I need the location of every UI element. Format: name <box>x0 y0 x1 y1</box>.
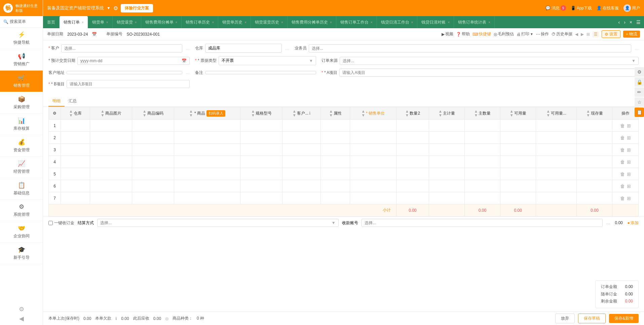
sidebar-collapse-icon[interactable]: ◀ <box>19 315 24 322</box>
sidebar-item-operations[interactable]: 📈 经营管理 <box>0 157 43 178</box>
shortcut-btn[interactable]: ⌨ 快捷键 <box>472 31 491 37</box>
col-available[interactable]: ▲▼ 可用量 <box>500 107 536 120</box>
tab-daily-clear-close[interactable]: × <box>411 21 413 24</box>
col-unit[interactable]: ▲▼ * 销售单位 <box>350 107 396 120</box>
tab-expense-history[interactable]: 销售费用分摊单历史 × <box>288 16 336 28</box>
col-attr[interactable]: ▲▼ 属性 <box>321 107 350 120</box>
row-code-2[interactable] <box>132 132 174 144</box>
sidebar-item-finance[interactable]: 💰 资金管理 <box>0 135 43 157</box>
sort-main-unit[interactable]: ▲▼ <box>439 109 443 117</box>
row-main-unit-2[interactable] <box>429 132 465 144</box>
row-spec-4[interactable] <box>240 156 282 168</box>
row-main-unit-3[interactable] <box>429 144 465 156</box>
delivery-input-wrap[interactable]: 📅 <box>77 57 190 65</box>
row-copy-2[interactable]: ⊞ <box>627 135 631 140</box>
sidebar-item-enterprise[interactable]: 🤝 企业协同 <box>0 221 43 243</box>
col-settings[interactable]: ⚙ <box>49 107 61 120</box>
tab-stats[interactable]: 销售订单统计表 × <box>454 16 495 28</box>
tab-sales-expense-close[interactable]: × <box>176 21 178 24</box>
discard-btn[interactable]: 放弃 <box>555 314 575 323</box>
row-main-qty-7[interactable] <box>464 192 500 204</box>
row-stock-2[interactable] <box>577 132 612 144</box>
nav-prev-icon[interactable]: ◀ <box>575 32 578 37</box>
tab-sales-order-history-close[interactable]: × <box>212 21 214 24</box>
app-download-btn[interactable]: 📱 App下载 <box>571 5 592 11</box>
sidebar-item-basic-info[interactable]: 📋 基础信息 <box>0 178 43 200</box>
delivery-calendar-icon[interactable]: 📅 <box>182 58 187 63</box>
row-spec-5[interactable] <box>240 168 282 180</box>
row-warehouse-5[interactable] <box>61 168 90 180</box>
row-copy-1[interactable]: ⊞ <box>627 123 631 128</box>
tab-sales-order-close[interactable]: × <box>82 21 84 24</box>
row-customer-code-4[interactable] <box>282 156 321 168</box>
info-icon[interactable]: ℹ <box>309 111 311 116</box>
order-source-input[interactable] <box>343 58 632 63</box>
b-project-input[interactable] <box>70 82 187 86</box>
row-warehouse-6[interactable] <box>61 180 90 192</box>
row-img-7[interactable] <box>90 192 132 204</box>
row-available-6[interactable] <box>500 180 536 192</box>
calendar-icon[interactable]: 📅 <box>92 32 97 37</box>
row-main-unit-5[interactable] <box>429 168 465 180</box>
row-main-qty-4[interactable] <box>464 156 500 168</box>
invoice-dropdown-icon[interactable]: ▼ <box>309 58 313 63</box>
row-unit-1[interactable] <box>350 120 396 132</box>
sort-attr[interactable]: ▲▼ <box>329 109 333 117</box>
nav-next-icon[interactable]: ▶ <box>581 32 584 37</box>
col-customer-code[interactable]: ▲▼ 客户... ℹ <box>282 107 321 120</box>
row-copy-5[interactable]: ⊞ <box>627 171 631 177</box>
row-available2-4[interactable] <box>536 156 577 168</box>
tabs-next-arrow[interactable]: › <box>622 19 627 25</box>
row-warehouse-7[interactable] <box>61 192 90 204</box>
user-btn[interactable]: 👤 用户 <box>623 4 640 12</box>
row-product-1[interactable] <box>174 120 240 132</box>
tab-expense-history-close[interactable]: × <box>330 21 332 24</box>
tabs-close-all[interactable]: × <box>628 19 634 25</box>
row-code-5[interactable] <box>132 168 174 180</box>
tab-return-history-close[interactable]: × <box>281 21 283 24</box>
sidebar-settings-icon[interactable]: ⚙ <box>19 306 24 313</box>
delivery-input[interactable] <box>80 58 182 63</box>
tab-sales-goods[interactable]: 销货单 × <box>88 16 113 28</box>
row-main-unit-4[interactable] <box>429 156 465 168</box>
goods-count-icon[interactable]: ◎ <box>165 316 168 321</box>
expand-icon[interactable]: ⊞ <box>586 32 590 37</box>
row-product-6[interactable] <box>174 180 240 192</box>
method-select-wrap[interactable]: ▼ <box>97 219 339 227</box>
float-icon-1[interactable]: ⚙ <box>635 67 644 77</box>
float-icon-4[interactable]: ☆ <box>635 97 644 107</box>
tab-sales-order-history[interactable]: 销售订单历史 × <box>182 16 218 28</box>
sort-available2[interactable]: ▲▼ <box>546 109 550 117</box>
row-delete-1[interactable]: 🗑 <box>620 123 625 128</box>
row-qty2-1[interactable] <box>396 120 429 132</box>
message-btn[interactable]: 💬 消息 9 <box>545 5 566 11</box>
float-icon-2[interactable]: 🔒 <box>635 77 644 87</box>
col-product[interactable]: ▲▼ * 商品 扫码录入 <box>174 107 240 120</box>
row-attr-4[interactable] <box>321 156 350 168</box>
method-dropdown-icon[interactable]: ▼ <box>332 220 336 225</box>
row-available2-1[interactable] <box>536 120 577 132</box>
row-customer-code-6[interactable] <box>282 180 321 192</box>
row-stock-1[interactable] <box>577 120 612 132</box>
row-qty2-7[interactable] <box>396 192 429 204</box>
row-delete-5[interactable]: 🗑 <box>620 171 625 177</box>
row-attr-7[interactable] <box>321 192 350 204</box>
col-img[interactable]: ▲▼ 商品图片 <box>90 107 132 120</box>
row-spec-2[interactable] <box>240 132 282 144</box>
row-stock-5[interactable] <box>577 168 612 180</box>
row-main-unit-7[interactable] <box>429 192 465 204</box>
row-available2-5[interactable] <box>536 168 577 180</box>
row-attr-1[interactable] <box>321 120 350 132</box>
float-icon-5[interactable]: 📋 <box>635 108 644 117</box>
row-unit-2[interactable] <box>350 132 396 144</box>
row-warehouse-3[interactable] <box>61 144 90 156</box>
row-delete-2[interactable]: 🗑 <box>620 135 625 140</box>
tab-reconcile-close[interactable]: × <box>448 21 450 24</box>
row-main-qty-2[interactable] <box>464 132 500 144</box>
row-unit-3[interactable] <box>350 144 396 156</box>
b-project-input-wrap[interactable] <box>67 80 190 88</box>
tab-daily-clear[interactable]: 钱贷日清工作台 × <box>377 16 418 28</box>
row-warehouse-1[interactable] <box>61 120 90 132</box>
sort-qty2[interactable]: ▲▼ <box>405 109 409 117</box>
sort-code[interactable]: ▲▼ <box>143 109 147 117</box>
